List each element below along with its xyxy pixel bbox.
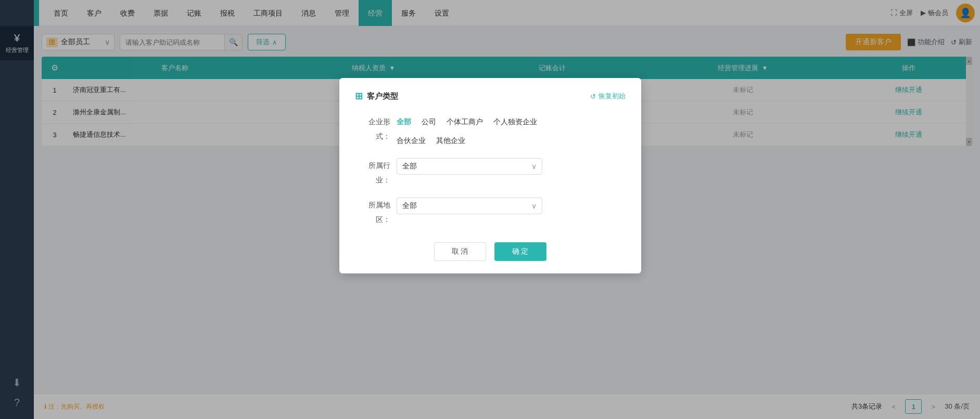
customer-type-modal: ⊞ 客户类型 ↺ 恢复初始 企业形式： 全部 公司 个体工商户 个人独资企业 合…	[339, 78, 641, 273]
enterprise-label: 企业形式：	[355, 114, 397, 143]
region-label: 所属地区：	[355, 198, 397, 227]
enterprise-form-row: 企业形式： 全部 公司 个体工商户 个人独资企业 合伙企业 其他企业	[355, 114, 626, 148]
industry-dropdown-icon: ∨	[531, 162, 537, 171]
option-individual[interactable]: 个人独资企业	[493, 114, 537, 129]
modal-header: ⊞ 客户类型 ↺ 恢复初始	[355, 90, 626, 102]
confirm-button[interactable]: 确 定	[494, 242, 546, 261]
region-select-wrap: 全部 ∨	[397, 198, 626, 214]
region-select[interactable]: 全部 ∨	[397, 198, 542, 214]
option-all[interactable]: 全部	[397, 114, 411, 129]
modal-title: ⊞ 客户类型	[355, 90, 398, 102]
option-other[interactable]: 其他企业	[436, 133, 465, 148]
option-partnership[interactable]: 合伙企业	[397, 133, 426, 148]
reset-label: 恢复初始	[599, 91, 626, 101]
industry-select[interactable]: 全部 ∨	[397, 158, 542, 175]
reset-icon: ↺	[590, 93, 596, 100]
modal-title-icon: ⊞	[355, 90, 363, 102]
region-value: 全部	[402, 201, 417, 211]
industry-select-wrap: 全部 ∨	[397, 158, 626, 175]
modal-title-text: 客户类型	[367, 91, 398, 101]
region-form-row: 所属地区： 全部 ∨	[355, 198, 626, 227]
industry-label: 所属行业：	[355, 158, 397, 187]
option-company[interactable]: 公司	[422, 114, 436, 129]
option-sole[interactable]: 个体工商户	[447, 114, 483, 129]
cancel-button[interactable]: 取 消	[434, 242, 486, 261]
industry-value: 全部	[402, 162, 417, 171]
industry-form-row: 所属行业： 全部 ∨	[355, 158, 626, 187]
modal-overlay: ⊞ 客户类型 ↺ 恢复初始 企业形式： 全部 公司 个体工商户 个人独资企业 合…	[0, 0, 980, 419]
modal-footer: 取 消 确 定	[355, 242, 626, 261]
enterprise-options: 全部 公司 个体工商户 个人独资企业 合伙企业 其他企业	[397, 114, 626, 148]
reset-button[interactable]: ↺ 恢复初始	[590, 91, 626, 101]
region-dropdown-icon: ∨	[531, 202, 537, 210]
